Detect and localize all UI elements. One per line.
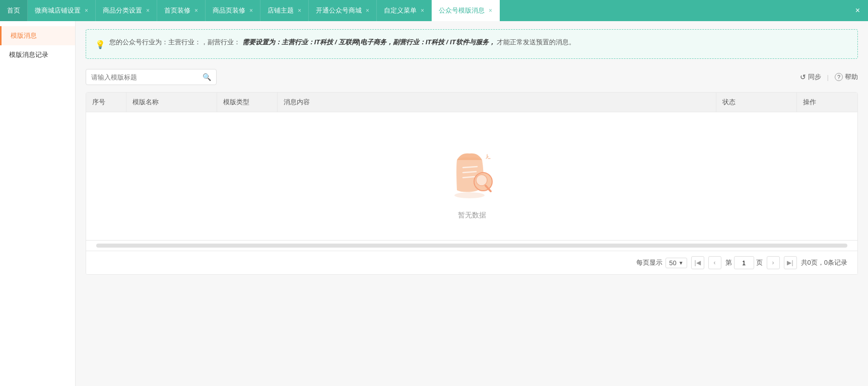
col-index: 序号	[86, 93, 126, 112]
last-page-button[interactable]: ▶|	[784, 256, 797, 269]
sync-button[interactable]: ↺ 同步	[800, 72, 821, 82]
layout: 模版消息 模版消息记录 💡 您的公众号行业为：主营行业：，副营行业： 需要设置为…	[0, 21, 868, 386]
col-type: 模版类型	[217, 93, 278, 112]
per-page-label: 每页显示	[636, 258, 662, 267]
search-row: 🔍 ↺ 同步 | ? 帮助	[86, 69, 858, 85]
notice-box: 💡 您的公众号行业为：主营行业：，副营行业： 需要设置为：主营行业：IT科技 /…	[86, 29, 858, 59]
page-input-wrap: 第 页	[725, 256, 763, 269]
tab-home[interactable]: 首页	[0, 0, 28, 21]
tab-theme[interactable]: 店铺主题 ×	[260, 0, 309, 21]
tab-menu-label: 自定义菜单	[384, 6, 417, 15]
tab-category[interactable]: 商品分类设置 ×	[96, 0, 157, 21]
main-content: 💡 您的公众号行业为：主营行业：，副营行业： 需要设置为：主营行业：IT科技 /…	[76, 21, 868, 386]
tab-product[interactable]: 商品页装修 ×	[206, 0, 260, 21]
toolbar-divider: |	[827, 73, 829, 81]
tab-mall-label: 开通公众号商城	[316, 6, 362, 15]
per-page-select[interactable]: 50 ▼	[665, 258, 687, 268]
close-all-button[interactable]: ×	[847, 0, 868, 21]
empty-text: 暂无数据	[458, 211, 486, 220]
fake-scrollbar[interactable]	[96, 244, 847, 248]
close-icon[interactable]: ×	[489, 7, 492, 14]
sidebar-item-template-msg[interactable]: 模版消息	[0, 26, 75, 45]
next-page-icon: ›	[772, 259, 774, 266]
sync-icon: ↺	[800, 73, 806, 81]
per-page-value: 50	[669, 259, 676, 267]
help-button[interactable]: ? 帮助	[835, 72, 858, 82]
tab-category-label: 商品分类设置	[103, 6, 142, 15]
tab-product-label: 商品页装修	[213, 6, 245, 15]
sidebar-item-template-record-label: 模版消息记录	[9, 51, 48, 58]
per-page-wrap: 每页显示 50 ▼	[636, 258, 687, 268]
search-input[interactable]	[91, 73, 203, 81]
tab-home-label: 首页	[7, 6, 20, 15]
first-page-icon: |◀	[694, 259, 700, 266]
next-page-button[interactable]: ›	[767, 256, 780, 269]
close-icon[interactable]: ×	[249, 7, 253, 14]
data-table: 序号 模版名称 模版类型 消息内容 状态 操作	[86, 92, 858, 275]
close-icon[interactable]: ×	[421, 7, 424, 14]
search-icon[interactable]: 🔍	[203, 73, 211, 81]
first-page-button[interactable]: |◀	[691, 256, 704, 269]
empty-state: 暂无数据	[86, 112, 857, 240]
close-icon[interactable]: ×	[146, 7, 150, 14]
notice-icon: 💡	[95, 38, 105, 51]
tab-homepage-label: 首页装修	[164, 6, 190, 15]
close-icon[interactable]: ×	[366, 7, 369, 14]
toolbar-right: ↺ 同步 | ? 帮助	[800, 72, 858, 82]
col-status: 状态	[716, 93, 797, 112]
close-icon[interactable]: ×	[85, 7, 88, 14]
close-icon[interactable]: ×	[298, 7, 301, 14]
tab-wshop-label: 微商城店铺设置	[35, 6, 81, 15]
scrollbar-area	[86, 240, 857, 251]
tab-menu[interactable]: 自定义菜单 ×	[377, 0, 432, 21]
page-unit: 页	[756, 258, 763, 267]
page-label: 第	[725, 258, 732, 267]
prev-page-icon: ‹	[714, 259, 716, 266]
page-number-input[interactable]	[734, 256, 754, 269]
notice-text-after: 才能正常发送预置的消息。	[497, 38, 575, 46]
help-icon: ?	[835, 73, 843, 81]
tab-template[interactable]: 公众号模版消息 ×	[432, 0, 500, 21]
tab-wshop[interactable]: 微商城店铺设置 ×	[28, 0, 96, 21]
sidebar: 模版消息 模版消息记录	[0, 21, 76, 386]
tab-template-label: 公众号模版消息	[439, 6, 485, 15]
table-header: 序号 模版名称 模版类型 消息内容 状态 操作	[86, 93, 857, 112]
notice-text: 您的公众号行业为：主营行业：，副营行业： 需要设置为：主营行业：IT科技 / 互…	[109, 37, 575, 48]
sync-label: 同步	[808, 72, 821, 82]
top-nav: 首页 微商城店铺设置 × 商品分类设置 × 首页装修 × 商品页装修 × 店铺主…	[0, 0, 868, 21]
close-icon[interactable]: ×	[194, 7, 198, 14]
col-name: 模版名称	[126, 93, 217, 112]
col-content: 消息内容	[278, 93, 716, 112]
chevron-down-icon: ▼	[679, 260, 684, 266]
svg-point-5	[476, 175, 487, 186]
empty-illustration	[442, 142, 502, 203]
notice-text-before: 您的公众号行业为：主营行业：，副营行业：	[109, 38, 240, 46]
notice-highlight: 需要设置为：主营行业：IT科技 / 互联网|电子商务，副营行业：IT科技 / I…	[242, 38, 495, 46]
prev-page-button[interactable]: ‹	[708, 256, 721, 269]
help-label: 帮助	[845, 72, 858, 82]
sidebar-item-template-msg-label: 模版消息	[11, 32, 37, 39]
last-page-icon: ▶|	[787, 259, 793, 266]
col-action: 操作	[797, 93, 857, 112]
tab-homepage[interactable]: 首页装修 ×	[157, 0, 206, 21]
search-input-wrap: 🔍	[86, 69, 217, 85]
svg-point-0	[454, 192, 485, 198]
pagination-row: 每页显示 50 ▼ |◀ ‹ 第 页	[86, 251, 857, 274]
tab-mall[interactable]: 开通公众号商城 ×	[309, 0, 377, 21]
page-total: 共0页，0条记录	[801, 258, 847, 267]
sidebar-item-template-record[interactable]: 模版消息记录	[0, 45, 75, 64]
tab-theme-label: 店铺主题	[268, 6, 294, 15]
